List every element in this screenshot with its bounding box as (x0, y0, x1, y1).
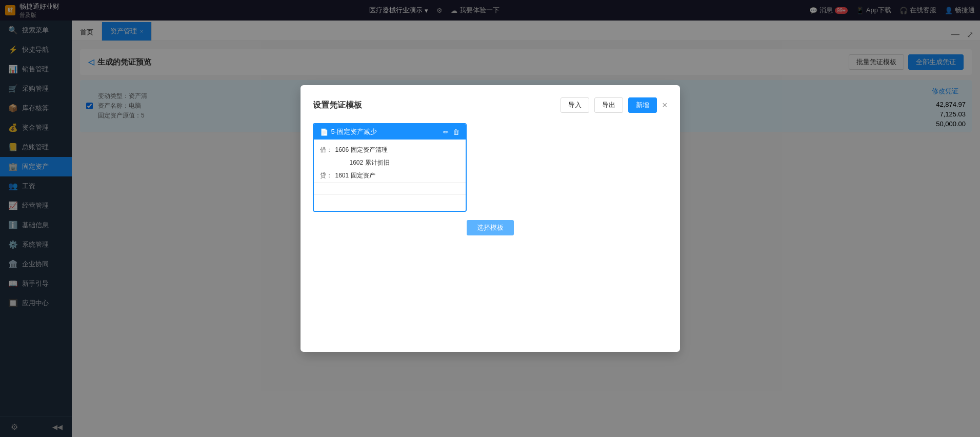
template-empty-row-1 (314, 182, 466, 194)
template-card-header: 📄 5-固定资产减少 ✏ 🗑 (314, 124, 466, 140)
entry-account-3: 1601 固定资产 (335, 171, 408, 180)
modal-close-btn[interactable]: × (662, 101, 668, 110)
page-content: ◁ 生成的凭证预览 批量凭证模板 全部生成凭证 变动类型：资产清 资产名称： (72, 41, 980, 437)
select-template-btn[interactable]: 选择模板 (467, 220, 514, 235)
template-header-left: 📄 5-固定资产减少 (320, 127, 377, 136)
template-entry-row-1: 借： 1606 固定资产清理 (314, 144, 466, 156)
modal-actions: 导入 导出 新增 (561, 97, 657, 113)
entry-direction-1: 借： (320, 146, 335, 154)
import-btn[interactable]: 导入 (561, 97, 589, 113)
modal-set-template: 设置凭证模板 导入 导出 新增 × (301, 85, 680, 352)
entry-account-2: 1602 累计折旧 (350, 158, 408, 167)
template-empty-row-2 (314, 194, 466, 207)
template-header-actions: ✏ 🗑 (443, 128, 459, 136)
delete-template-icon[interactable]: 🗑 (453, 128, 459, 136)
template-id-name: 5-固定资产减少 (331, 127, 377, 136)
template-doc-icon: 📄 (320, 128, 328, 136)
export-btn[interactable]: 导出 (594, 97, 623, 113)
modal-overlay: 设置凭证模板 导入 导出 新增 × (72, 41, 980, 437)
entry-account-1: 1606 固定资产清理 (335, 146, 408, 154)
modal-header: 设置凭证模板 导入 导出 新增 × (313, 97, 668, 113)
template-entry-row-3: 贷： 1601 固定资产 (314, 169, 466, 182)
edit-template-icon[interactable]: ✏ (443, 128, 449, 136)
template-card: 📄 5-固定资产减少 ✏ 🗑 (313, 123, 467, 212)
entry-direction-3: 贷： (320, 171, 335, 180)
modal-title: 设置凭证模板 (313, 100, 362, 111)
template-card-body: 借： 1606 固定资产清理 (314, 140, 466, 211)
new-btn[interactable]: 新增 (628, 97, 657, 113)
template-entry-row-2: 1602 累计折旧 (314, 156, 466, 169)
content-area: 首页 资产管理 × — ⤢ ◁ 生成的凭证预览 (72, 21, 980, 437)
